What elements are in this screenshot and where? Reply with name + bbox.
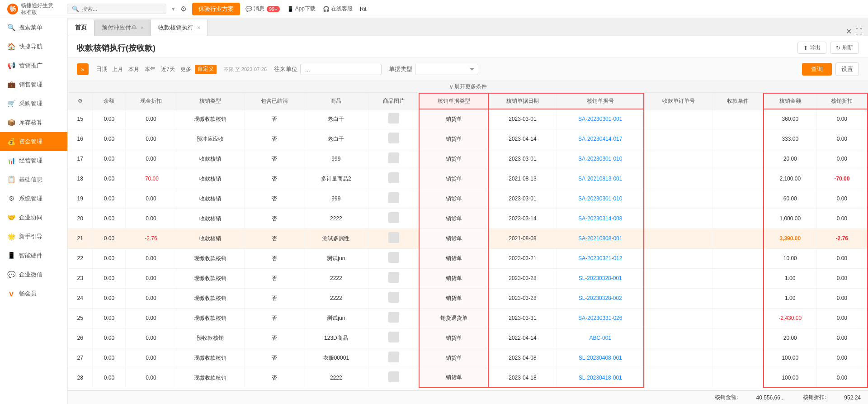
sidebar-item-basic[interactable]: 📋 基础信息 [0, 170, 67, 189]
date-last-month[interactable]: 上月 [110, 65, 125, 74]
date-last-7days[interactable]: 近7天 [159, 65, 177, 74]
tab-receipt-close[interactable]: × [197, 25, 200, 30]
table-cell: 0.00 [126, 268, 176, 288]
user-name[interactable]: Rit [360, 6, 367, 12]
table-cell: 销货单 [419, 169, 488, 189]
date-this-year[interactable]: 本年 [143, 65, 157, 74]
voucher-no-link[interactable]: SA-20230301-010 [578, 195, 622, 202]
date-this-month[interactable]: 本月 [127, 65, 141, 74]
search-box[interactable]: 🔍 [67, 4, 166, 14]
voucher-no-link[interactable]: SL-20230328-002 [579, 295, 622, 301]
dropdown-icon[interactable]: ▾ [172, 5, 175, 12]
voucher-no-link[interactable]: SA-20230321-012 [578, 255, 622, 261]
tab-receipt-offset[interactable]: 收款核销执行 × [151, 19, 208, 36]
voucher-no-link[interactable]: SA-20230331-026 [578, 315, 622, 321]
page-actions: ⬆ 导出 ↻ 刷新 [797, 42, 859, 54]
sidebar-item-vip[interactable]: V 畅会员 [0, 284, 67, 303]
col-offset-discount: 核销折扣 [816, 93, 868, 109]
date-custom[interactable]: 自定义 [195, 65, 217, 74]
setting-btn[interactable]: 设置 [835, 62, 859, 76]
col-settings[interactable]: ⚙ [68, 93, 93, 109]
online-service[interactable]: 🎧 在线客服 [323, 5, 353, 13]
voucher-no-link[interactable]: SL-20230328-001 [579, 275, 622, 281]
sidebar-item-guide[interactable]: 🌟 新手引导 [0, 227, 67, 246]
table-cell: 100.00 [764, 368, 816, 388]
table-cell: 销货单 [419, 189, 488, 209]
voucher-no-link[interactable]: SA-20230414-017 [578, 136, 622, 142]
voucher-no-link[interactable]: SA-20230301-010 [578, 156, 622, 162]
export-btn[interactable]: ⬆ 导出 [797, 42, 826, 54]
table-cell [644, 189, 712, 209]
table-cell: 销货单 [419, 228, 488, 248]
tab-prepay-offset[interactable]: 预付冲应付单 × [94, 19, 151, 36]
table-cell: 2023-03-01 [488, 189, 557, 209]
app-download[interactable]: 📱 App下载 [287, 5, 316, 13]
tab-prepay-close[interactable]: × [141, 25, 143, 30]
page-content: 收款核销执行(按收款) ⬆ 导出 ↻ 刷新 » 日期 [68, 36, 868, 404]
table-cell [368, 149, 420, 169]
expand-more-link[interactable]: ∨ 展开更多条件 [449, 83, 487, 90]
table-cell: 19 [68, 189, 93, 209]
table-cell: 0.00 [93, 209, 126, 228]
wechat-icon: 💬 [7, 271, 15, 279]
search-input[interactable] [82, 6, 154, 12]
sidebar-item-stock[interactable]: 📦 库存核算 [0, 113, 67, 132]
table-cell: 0.00 [816, 109, 868, 129]
top-bar-right: 💬 消息 99+ 📱 App下载 🎧 在线客服 Rit [245, 5, 367, 13]
industry-btn[interactable]: 休验行业方案 [192, 3, 240, 15]
date-filter-group: 日期 上月 本月 本年 近7天 更多 自定义 [96, 65, 217, 74]
sidebar-item-wechat[interactable]: 💬 企业微信 [0, 265, 67, 284]
date-more[interactable]: 更多 [179, 65, 193, 74]
table-cell: 0.00 [126, 209, 176, 228]
table-cell: 预冲应应收 [176, 129, 245, 149]
table-cell: 0.00 [816, 209, 868, 228]
export-icon: ⬆ [803, 45, 808, 51]
marketing-icon: 📢 [7, 62, 15, 70]
tab-receipt-label: 收款核销执行 [158, 24, 193, 32]
sidebar-item-fund[interactable]: 💰 资金管理 [0, 132, 67, 151]
hw-icon: 📱 [7, 252, 15, 260]
sidebar-item-purchase[interactable]: 🛒 采购管理 [0, 94, 67, 113]
voucher-no-link[interactable]: SA-20230301-001 [578, 116, 622, 122]
col-receipt-order-no: 收款单订单号 [644, 93, 712, 109]
sidebar-item-quick-nav[interactable]: 🏠 快捷导航 [0, 37, 67, 56]
col-include-settled: 包含已结清 [245, 93, 304, 109]
sidebar-item-search-menu[interactable]: 🔍 搜索菜单 [0, 18, 67, 37]
partner-input[interactable] [300, 64, 382, 75]
voucher-no-link[interactable]: SA-20230314-008 [578, 215, 622, 222]
table-cell: 17 [68, 149, 93, 169]
table-cell [712, 189, 764, 209]
footer-offset-discount-label: 核销折扣: [803, 394, 826, 401]
sidebar-item-hw[interactable]: 📱 智能硬件 [0, 246, 67, 265]
voucher-no-link[interactable]: SA-20210808-001 [578, 235, 622, 242]
partner-label: 往来单位 [274, 65, 297, 73]
sidebar-item-sys[interactable]: ⚙ 系统管理 [0, 189, 67, 208]
message-area[interactable]: 💬 消息 99+ [245, 5, 280, 13]
refresh-btn[interactable]: ↻ 刷新 [830, 42, 859, 54]
table-cell [644, 328, 712, 348]
table-cell [644, 169, 712, 189]
voucher-no-link[interactable]: SL-20230418-001 [579, 375, 622, 381]
voucher-no-link[interactable]: SA-20210813-001 [578, 176, 622, 182]
table-cell: 23 [68, 268, 93, 288]
window-close-icon[interactable]: ✕ [846, 27, 852, 36]
table-row: 210.00-2.76收款核销否测试多属性销货单2021-08-08SA-202… [68, 228, 868, 248]
sidebar-item-marketing[interactable]: 📢 营销推广 [0, 56, 67, 75]
doctype-select[interactable]: 销货单 销货退货单 [415, 64, 478, 75]
filter-toggle-btn[interactable]: » [77, 63, 89, 75]
tab-home[interactable]: 首页 [68, 19, 94, 36]
voucher-no-link[interactable]: ABC-001 [589, 335, 611, 341]
data-table: ⚙ 余额 现金折扣 核销类型 包含已结清 商品 商品图片 核销单据类型 核销单据… [68, 93, 868, 388]
sidebar-item-sales[interactable]: 💼 销售管理 [0, 75, 67, 94]
search-icon: 🔍 [72, 5, 79, 12]
table-cell: 0.00 [93, 189, 126, 209]
sidebar-item-biz[interactable]: 📊 经营管理 [0, 151, 67, 170]
table-cell: 现缴收款核销 [176, 308, 245, 328]
sidebar-item-corp[interactable]: 🤝 企业协同 [0, 208, 67, 227]
window-expand-icon[interactable]: ⛶ [855, 28, 863, 36]
table-cell: 现缴收款核销 [176, 288, 245, 308]
query-btn[interactable]: 查询 [802, 63, 832, 76]
voucher-no-link[interactable]: SL-20230408-001 [579, 355, 622, 361]
table-cell: 0.00 [816, 288, 868, 308]
gear-icon[interactable]: ⚙ [180, 5, 187, 13]
